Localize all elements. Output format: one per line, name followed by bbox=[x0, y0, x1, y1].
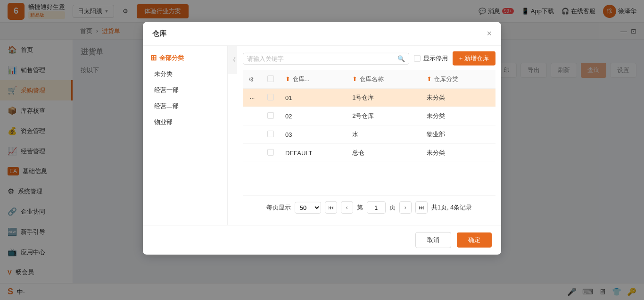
search-icon: 🔍 bbox=[397, 55, 405, 62]
row-name: 总仓 bbox=[347, 143, 421, 162]
row-name: 水 bbox=[347, 125, 421, 143]
row-checkbox-cell bbox=[262, 88, 280, 107]
row-settings[interactable] bbox=[243, 107, 262, 125]
modal-body: ⊞ 全部分类 未分类 经营一部 经营二部 物业部 《 bbox=[143, 46, 501, 225]
row-category: 未分类 bbox=[421, 143, 495, 162]
sort-icon3: ⬆ bbox=[427, 75, 432, 83]
table-row[interactable]: DEFAULT 总仓 未分类 bbox=[243, 143, 495, 162]
warehouse-table: ⚙ ⬆ 仓库... ⬆ 仓库名称 ⬆ 仓库分类 bbox=[243, 70, 495, 162]
per-page-select[interactable]: 50 20 100 bbox=[295, 201, 321, 213]
col-category: ⬆ 仓库分类 bbox=[421, 70, 495, 89]
category-label: 未分类 bbox=[154, 70, 173, 77]
modal-header: 仓库 × bbox=[143, 22, 501, 46]
per-page-label: 每页显示 bbox=[266, 203, 291, 212]
search-input[interactable] bbox=[247, 55, 395, 62]
table-row[interactable]: 03 水 物业部 bbox=[243, 125, 495, 143]
modal-title: 仓库 bbox=[152, 29, 166, 38]
row-settings[interactable] bbox=[243, 125, 262, 143]
row-code: 01 bbox=[280, 88, 347, 107]
modal-footer: 取消 确定 bbox=[143, 225, 501, 255]
all-category-label: 全部分类 bbox=[159, 53, 184, 62]
row-checkbox[interactable] bbox=[267, 93, 274, 100]
show-disabled-toggle[interactable]: 显示停用 bbox=[414, 54, 448, 63]
page-unit: 页 bbox=[389, 203, 396, 212]
category-item-ops1[interactable]: 经营一部 bbox=[143, 82, 227, 98]
row-category: 物业部 bbox=[421, 125, 495, 143]
row-code: DEFAULT bbox=[280, 143, 347, 162]
collapse-icon: 《 bbox=[230, 56, 236, 64]
last-page-button[interactable]: ⏭ bbox=[415, 201, 428, 214]
row-code: 02 bbox=[280, 107, 347, 125]
table-body: ··· 01 1号仓库 未分类 02 2号仓库 未分类 bbox=[243, 88, 495, 162]
pagination: 每页显示 50 20 100 ⏮ ‹ 第 页 › ⏭ 共1页, 4条记录 bbox=[243, 195, 495, 219]
page-number-input[interactable] bbox=[367, 201, 386, 214]
col-code: ⬆ 仓库... bbox=[280, 70, 347, 89]
show-disabled-label: 显示停用 bbox=[423, 54, 448, 63]
collapse-panel-button[interactable]: 《 bbox=[228, 46, 237, 74]
confirm-button[interactable]: 确定 bbox=[457, 233, 492, 248]
category-item-unclassified[interactable]: 未分类 bbox=[143, 66, 227, 82]
row-name: 1号仓库 bbox=[347, 88, 421, 107]
col-settings: ⚙ bbox=[243, 70, 262, 89]
row-name: 2号仓库 bbox=[347, 107, 421, 125]
sort-icon2: ⬆ bbox=[352, 75, 357, 83]
table-row[interactable]: 02 2号仓库 未分类 bbox=[243, 107, 495, 125]
page-summary: 共1页, 4条记录 bbox=[431, 203, 472, 212]
first-page-button[interactable]: ⏮ bbox=[325, 201, 337, 214]
category-panel: ⊞ 全部分类 未分类 经营一部 经营二部 物业部 bbox=[143, 46, 228, 225]
col-checkbox bbox=[262, 70, 280, 89]
row-category: 未分类 bbox=[421, 107, 495, 125]
category-label: 经营一部 bbox=[154, 86, 179, 93]
row-category: 未分类 bbox=[421, 88, 495, 107]
category-item-ops2[interactable]: 经营二部 bbox=[143, 98, 227, 114]
col-name: ⬆ 仓库名称 bbox=[347, 70, 421, 89]
row-checkbox-cell bbox=[262, 125, 280, 143]
page-label: 第 bbox=[357, 203, 363, 212]
cancel-button[interactable]: 取消 bbox=[415, 232, 451, 248]
all-category-header[interactable]: ⊞ 全部分类 bbox=[143, 50, 227, 66]
warehouse-modal: 仓库 × ⊞ 全部分类 未分类 经营一部 经营二部 物业部 《 bbox=[143, 22, 501, 255]
row-checkbox[interactable] bbox=[267, 130, 274, 137]
search-box: 🔍 bbox=[243, 52, 409, 64]
row-settings[interactable] bbox=[243, 143, 262, 162]
table-panel: 🔍 显示停用 + 新增仓库 ⚙ ⬆ 仓库... bbox=[237, 46, 501, 225]
table-toolbar: 🔍 显示停用 + 新增仓库 bbox=[243, 51, 495, 66]
add-warehouse-button[interactable]: + 新增仓库 bbox=[453, 51, 495, 66]
table-row[interactable]: ··· 01 1号仓库 未分类 bbox=[243, 88, 495, 107]
row-checkbox[interactable] bbox=[267, 112, 274, 118]
show-disabled-checkbox[interactable] bbox=[414, 55, 421, 62]
modal-close-button[interactable]: × bbox=[487, 29, 492, 39]
category-item-property[interactable]: 物业部 bbox=[143, 114, 227, 130]
category-label: 经营二部 bbox=[154, 102, 179, 109]
grid-icon: ⊞ bbox=[150, 53, 157, 62]
table-header: ⚙ ⬆ 仓库... ⬆ 仓库名称 ⬆ 仓库分类 bbox=[243, 70, 495, 89]
row-checkbox-cell bbox=[262, 107, 280, 125]
row-settings[interactable]: ··· bbox=[243, 88, 262, 107]
row-checkbox-cell bbox=[262, 143, 280, 162]
next-page-button[interactable]: › bbox=[399, 201, 412, 214]
select-all-checkbox[interactable] bbox=[267, 75, 274, 82]
prev-page-button[interactable]: ‹ bbox=[341, 201, 353, 214]
row-checkbox[interactable] bbox=[267, 149, 274, 155]
sort-icon: ⬆ bbox=[285, 75, 290, 83]
category-label: 物业部 bbox=[154, 118, 173, 125]
row-code: 03 bbox=[280, 125, 347, 143]
